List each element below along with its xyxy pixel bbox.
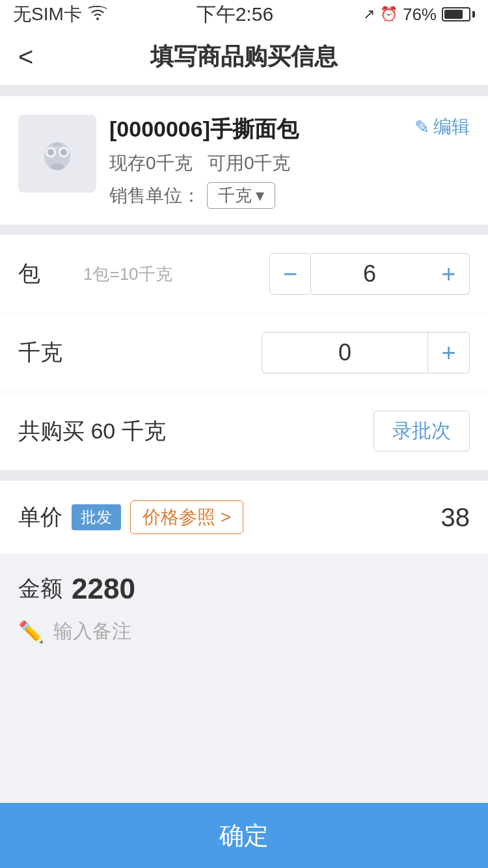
bao-decrease-button[interactable]: − [269,253,311,295]
unit-selector[interactable]: 千克 ▾ [207,182,275,209]
confirm-bar[interactable]: 确定 [0,803,488,868]
battery-text: 76% [403,5,437,25]
bao-hint: 1包=10千克 [83,263,256,286]
confirm-label: 确定 [219,819,269,852]
alarm-icon: ⏰ [380,6,398,23]
price-label: 单价 [18,502,62,532]
nav-bar: < 填写商品购买信息 [0,29,488,86]
kg-input-group: + [262,332,470,373]
svg-point-3 [47,149,54,156]
kg-label: 千克 [18,338,70,368]
product-stock: 现存0千克 可用0千克 [109,151,470,176]
status-bar: 无SIM卡 下午2:56 ↗ ⏰ 76% [0,0,488,29]
wifi-icon [88,4,107,25]
back-button[interactable]: < [18,42,33,72]
amount-row: 金额 2280 [18,573,470,605]
note-placeholder[interactable]: 输入备注 [53,618,131,645]
location-icon: ↗ [363,6,375,23]
svg-point-5 [51,163,64,170]
bao-increase-button[interactable]: + [428,253,470,295]
kg-qty-input[interactable] [262,332,428,373]
status-right: ↗ ⏰ 76% [363,5,475,25]
edit-icon: ✎ [414,116,429,138]
page-title: 填写商品购买信息 [150,41,338,73]
bao-qty-input[interactable] [311,253,428,295]
chevron-down-icon: ▾ [256,185,264,206]
price-tag-badge: 批发 [72,504,121,530]
battery-icon [442,7,475,21]
amount-value: 2280 [72,573,135,605]
price-value: 38 [441,503,470,532]
edit-note-icon: ✏️ [18,619,44,644]
bao-row: 包 1包=10千克 − + [0,235,488,314]
divider-top [0,86,488,96]
amount-section: 金额 2280 ✏️ 输入备注 [0,554,488,658]
bao-label: 包 [18,259,70,289]
product-unit: 销售单位： 千克 ▾ [109,182,470,209]
amount-label: 金额 [18,574,62,604]
product-logo-icon [36,133,78,174]
bao-qty-control: − + [269,253,470,295]
carrier-text: 无SIM卡 [13,2,82,27]
product-thumbnail [18,115,96,193]
status-time: 下午2:56 [197,1,273,28]
note-row: ✏️ 输入备注 [18,618,470,658]
batch-button[interactable]: 录批次 [373,411,470,452]
svg-point-4 [61,149,67,156]
price-row: 单价 批发 价格参照 > 38 [0,481,488,554]
edit-button[interactable]: ✎ 编辑 [414,115,470,139]
divider-mid2 [0,470,488,481]
kg-increase-button[interactable]: + [428,332,470,373]
price-ref-button[interactable]: 价格参照 > [130,500,243,534]
total-label: 共购买 60 千克 [18,416,166,446]
divider-mid1 [0,224,488,235]
total-row: 共购买 60 千克 录批次 [0,392,488,470]
product-card: [0000006]手撕面包 现存0千克 可用0千克 销售单位： 千克 ▾ ✎ 编… [0,96,488,224]
kg-row: 千克 + [0,314,488,392]
price-section: 单价 批发 价格参照 > 38 [0,481,488,554]
form-section: 包 1包=10千克 − + 千克 + [0,235,488,392]
status-left: 无SIM卡 [13,2,107,27]
